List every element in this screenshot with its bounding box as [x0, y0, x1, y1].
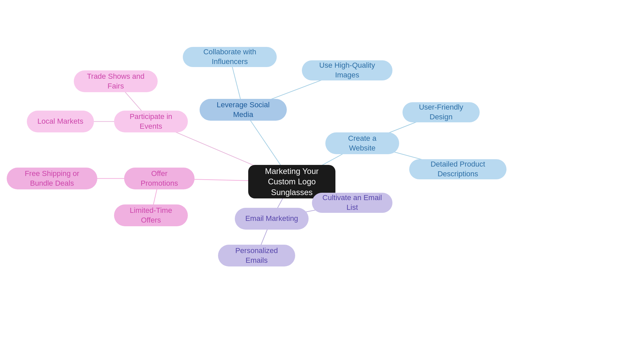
- offer-promotions-node: Offer Promotions: [124, 168, 195, 189]
- participate-in-events-node: Participate in Events: [114, 111, 188, 132]
- user-friendly-design-node: User-Friendly Design: [402, 102, 480, 122]
- limited-time-offers-node: Limited-Time Offers: [114, 204, 188, 226]
- email-marketing-node: Email Marketing: [235, 208, 309, 230]
- create-website-node: Create a Website: [325, 132, 399, 154]
- collaborate-influencers-node: Collaborate with Influencers: [183, 47, 277, 67]
- local-markets-node: Local Markets: [27, 111, 94, 132]
- personalized-emails-node: Personalized Emails: [218, 245, 295, 266]
- cultivate-email-list-node: Cultivate an Email List: [312, 193, 392, 213]
- trade-shows-fairs-node: Trade Shows and Fairs: [74, 70, 158, 92]
- mindmap-container: Marketing Your Custom Logo SunglassesLev…: [0, 0, 644, 363]
- detailed-product-descriptions-node: Detailed Product Descriptions: [409, 159, 506, 179]
- use-high-quality-images-node: Use High-Quality Images: [302, 60, 392, 80]
- leverage-social-media-node: Leverage Social Media: [200, 99, 287, 121]
- free-shipping-bundle-node: Free Shipping or Bundle Deals: [7, 168, 97, 189]
